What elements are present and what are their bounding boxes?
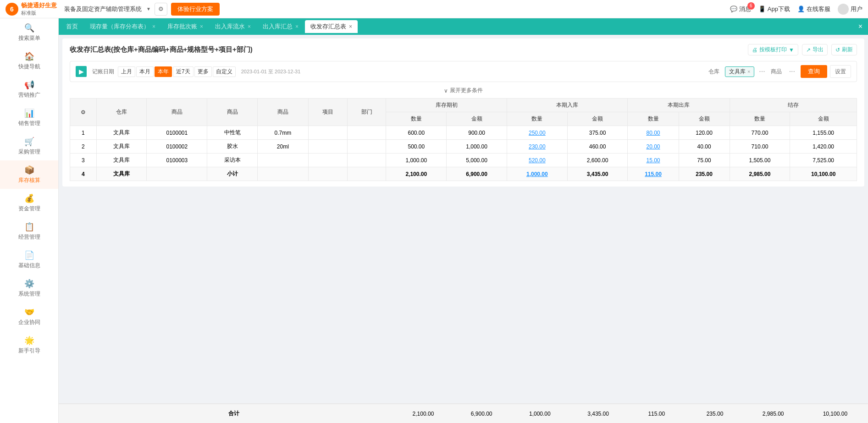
sidebar-item-quick-nav[interactable]: 🏠 快捷导航 [0, 47, 58, 75]
sidebar-item-inventory[interactable]: 📦 库存核算 [0, 160, 58, 189]
footer-empty-4 [263, 407, 306, 420]
row-project [308, 154, 347, 167]
sidebar-item-basic[interactable]: 📄 基础信息 [0, 246, 58, 274]
row-out-qty-link[interactable]: 20.00 [646, 143, 660, 150]
system-dropdown-arrow[interactable]: ▼ [146, 6, 151, 11]
query-button[interactable]: 查询 [801, 65, 827, 78]
row-in-qty[interactable]: 520.00 [507, 154, 567, 167]
tab-batch[interactable]: 库存批次账 × [162, 20, 209, 33]
tab-receipt-summary-close[interactable]: × [349, 23, 352, 30]
row-no: 2 [70, 140, 97, 154]
enterprise-icon: 🤝 [24, 307, 34, 317]
sidebar-item-system[interactable]: ⚙️ 系统管理 [0, 274, 58, 302]
row-in-amt: 375.00 [567, 126, 628, 140]
row-out-qty-link[interactable]: 15.00 [646, 157, 660, 164]
finance-icon: 💰 [24, 193, 34, 203]
tab-flow[interactable]: 出入库流水 × [210, 20, 256, 33]
row-out-amt: 235.00 [679, 167, 730, 181]
row-in-qty-link[interactable]: 1,000.00 [526, 171, 548, 177]
row-out-qty-link[interactable]: 115.00 [645, 171, 662, 177]
expand-more-button[interactable]: ∨ 展开更多条件 [444, 87, 483, 94]
row-in-amt: 460.00 [567, 140, 628, 154]
date-btn-7days[interactable]: 近7天 [173, 66, 194, 77]
th-settings[interactable]: ⚙ [70, 99, 97, 126]
row-in-qty[interactable]: 250.00 [507, 126, 567, 140]
date-btn-this-year[interactable]: 本年 [155, 66, 172, 77]
row-in-amt: 2,600.00 [567, 154, 628, 167]
date-btn-custom[interactable]: 自定义 [213, 66, 236, 77]
row-spec: 20ml [257, 140, 308, 154]
row-out-qty[interactable]: 115.00 [628, 167, 679, 181]
warehouse-tag-area: 文具库 × ··· [725, 66, 765, 77]
sidebar-item-sales[interactable]: 📊 销售管理 [0, 104, 58, 132]
search-icon: 🔍 [24, 23, 34, 33]
sidebar-item-marketing[interactable]: 📢 营销推广 [0, 75, 58, 104]
row-bal-qty: 1,505.00 [730, 154, 790, 167]
online-service-button[interactable]: 👤 在线客服 [797, 5, 830, 13]
refresh-button[interactable]: ↺ 刷新 [831, 44, 857, 55]
warehouse-more-dots[interactable]: ··· [759, 67, 765, 76]
footer-label: 合计 [205, 407, 263, 420]
date-btn-last-month[interactable]: 上月 [118, 66, 135, 77]
user-button[interactable]: 用户 [838, 4, 862, 15]
data-table: ⚙ 仓库 商品 商品 商品 项目 部门 库存期初 本期入库 本期出库 结存 [70, 98, 857, 181]
tab-stock-dist[interactable]: 现存量（库存分布表） × [84, 20, 161, 33]
footer-empty-2 [81, 407, 139, 420]
row-in-qty-link[interactable]: 520.00 [529, 157, 546, 164]
sidebar-item-operations[interactable]: 📋 经营管理 [0, 217, 58, 246]
sidebar-item-search[interactable]: 🔍 搜索菜单 [0, 18, 58, 47]
row-out-qty[interactable]: 80.00 [628, 126, 679, 140]
footer-empty-5 [307, 407, 350, 420]
filter-expand-button[interactable]: ▶ [76, 66, 87, 77]
app-download-button[interactable]: 📱 App下载 [758, 5, 790, 13]
tab-summary-io[interactable]: 出入库汇总 × [257, 20, 304, 33]
expand-more-bar: ∨ 展开更多条件 [70, 87, 857, 94]
logo-area: 6 畅捷通好生意 标准版 [6, 1, 57, 16]
sidebar-item-enterprise[interactable]: 🤝 企业协同 [0, 302, 58, 331]
tab-batch-label: 库存批次账 [167, 22, 197, 31]
goods-more-dots[interactable]: ··· [789, 67, 795, 76]
date-btn-this-month[interactable]: 本月 [136, 66, 154, 77]
header-left: 6 畅捷通好生意 标准版 装备及固定资产辅助管理系统 ▼ ⚙ 体验行业方案 [6, 1, 220, 16]
row-in-qty[interactable]: 230.00 [507, 140, 567, 154]
sidebar-item-finance[interactable]: 💰 资金管理 [0, 189, 58, 217]
row-out-qty[interactable]: 20.00 [628, 140, 679, 154]
tab-stock-dist-close[interactable]: × [152, 23, 155, 30]
th-out: 本期出库 [628, 99, 730, 112]
date-range-text: 2023-01-01 至 2023-12-31 [241, 68, 301, 75]
row-out-qty-link[interactable]: 80.00 [646, 130, 660, 136]
row-spec [257, 167, 308, 181]
trial-button[interactable]: 体验行业方案 [171, 3, 220, 16]
row-in-qty-link[interactable]: 230.00 [529, 143, 546, 150]
warehouse-tag[interactable]: 文具库 × [725, 66, 754, 77]
th-bal-qty: 数量 [730, 112, 790, 126]
message-icon: 💬 [730, 5, 737, 12]
print-button[interactable]: 🖨 按模板打印 ▼ [748, 44, 798, 55]
tab-home[interactable]: 首页 [61, 20, 83, 33]
tab-receipt-summary[interactable]: 收发存汇总表 × [305, 20, 358, 33]
row-in-qty-link[interactable]: 250.00 [529, 130, 546, 136]
row-in-qty[interactable]: 1,000.00 [507, 167, 567, 181]
warehouse-tag-close[interactable]: × [747, 69, 750, 74]
message-button[interactable]: 💬 消息 6 [730, 5, 751, 13]
setting-button[interactable]: 设置 [830, 65, 851, 78]
logo-subtitle: 标准版 [21, 10, 57, 16]
row-bal-amt: 7,525.00 [790, 154, 857, 167]
row-code: 0100001 [147, 126, 207, 140]
sidebar-item-guide[interactable]: 🌟 新手引导 [0, 331, 58, 359]
tab-batch-close[interactable]: × [200, 23, 203, 30]
th-code: 商品 [147, 99, 207, 126]
row-warehouse: 文具库 [96, 154, 147, 167]
row-bal-qty: 2,985.00 [730, 167, 790, 181]
tab-flow-close[interactable]: × [248, 23, 251, 30]
tab-summary-io-close[interactable]: × [295, 23, 299, 30]
export-button[interactable]: ↗ 导出 [802, 44, 828, 55]
row-out-qty[interactable]: 15.00 [628, 154, 679, 167]
gear-button[interactable]: ⚙ [155, 3, 167, 16]
date-btn-more[interactable]: 更多 [194, 66, 212, 77]
refresh-icon: ↺ [835, 47, 840, 53]
sidebar-item-purchase[interactable]: 🛒 采购管理 [0, 132, 58, 160]
row-no: 4 [70, 167, 97, 181]
content-area: 首页 现存量（库存分布表） × 库存批次账 × 出入库流水 × 出入库汇总 × … [59, 18, 868, 423]
tab-bar-close-button[interactable]: × [855, 22, 866, 31]
